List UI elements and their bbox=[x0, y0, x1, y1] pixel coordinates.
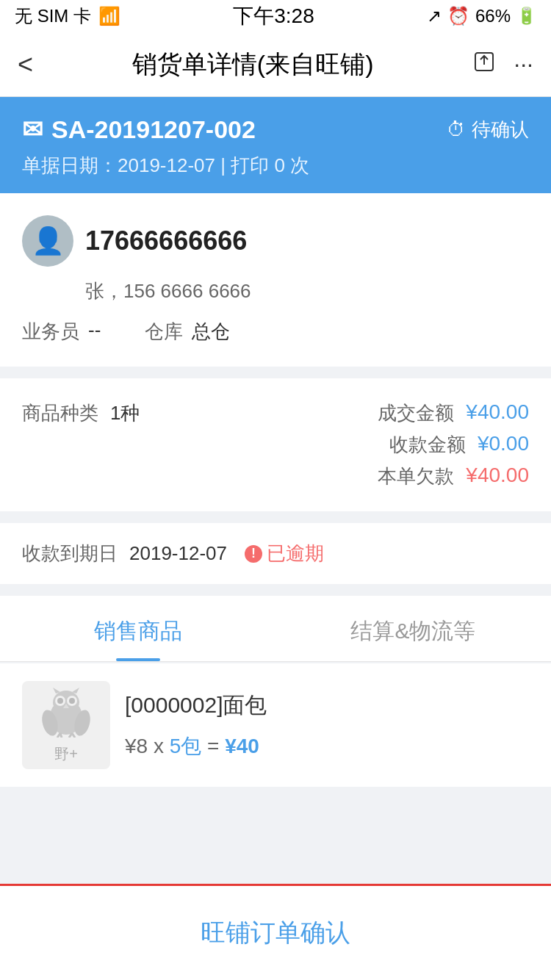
battery-text: 66% bbox=[475, 6, 511, 26]
warning-icon: ! bbox=[245, 545, 262, 563]
summary-row: 商品种类 1种 成交金额 ¥40.00 收款金额 ¥0.00 本单欠款 ¥40.… bbox=[22, 400, 529, 489]
product-price: ¥8 x 5包 = ¥40 bbox=[125, 732, 529, 760]
share-icon[interactable] bbox=[472, 50, 496, 79]
customer-name: 张，156 6666 6666 bbox=[22, 278, 529, 304]
overdue-text: 已逾期 bbox=[267, 541, 324, 566]
product-type-info: 商品种类 1种 bbox=[22, 400, 140, 426]
header-card: ✉ SA-20191207-002 ⏱ 待确认 单据日期：2019-12-07 … bbox=[0, 97, 551, 193]
amounts-info: 成交金额 ¥40.00 收款金额 ¥0.00 本单欠款 ¥40.00 bbox=[378, 400, 529, 489]
balance-row: 本单欠款 ¥40.00 bbox=[378, 464, 529, 489]
price-text: ¥8 x bbox=[125, 735, 170, 757]
customer-meta: 业务员 -- 仓库 总仓 bbox=[22, 319, 529, 345]
status-time: 下午3:28 bbox=[233, 2, 314, 30]
overdue-badge: ! 已逾期 bbox=[245, 541, 324, 566]
page-title: 销货单详情(来自旺铺) bbox=[132, 48, 374, 82]
product-type-value: 1种 bbox=[110, 400, 140, 426]
due-label: 收款到期日 bbox=[22, 541, 118, 566]
order-id-row: ✉ SA-20191207-002 bbox=[22, 115, 256, 144]
salesperson-info: 业务员 -- bbox=[22, 319, 101, 345]
date-info: 单据日期：2019-12-07 | 打印 0 次 bbox=[22, 153, 529, 179]
back-button[interactable]: < bbox=[18, 49, 33, 80]
salesperson-label: 业务员 bbox=[22, 319, 79, 345]
svg-line-16 bbox=[72, 733, 75, 738]
deal-amount-label: 成交金额 bbox=[378, 400, 454, 426]
more-icon[interactable]: ··· bbox=[514, 51, 533, 78]
warehouse-info: 仓库 总仓 bbox=[145, 319, 230, 345]
tabs-section: 销售商品 结算&物流等 bbox=[0, 596, 551, 662]
svg-point-6 bbox=[57, 698, 63, 704]
svg-line-14 bbox=[60, 733, 62, 738]
product-name: [0000002]面包 bbox=[125, 691, 529, 721]
warehouse-label: 仓库 bbox=[145, 319, 183, 345]
deal-amount-row: 成交金额 ¥40.00 bbox=[378, 400, 529, 426]
status-bar: 无 SIM 卡 📶 下午3:28 ↗ ⏰ 66% 🔋 bbox=[0, 0, 551, 32]
warehouse-value: 总仓 bbox=[192, 319, 230, 345]
status-text: 待确认 bbox=[472, 117, 529, 143]
confirm-button[interactable]: 旺铺订单确认 bbox=[22, 901, 529, 965]
wifi-icon: 📶 bbox=[98, 6, 120, 26]
summary-section: 商品种类 1种 成交金额 ¥40.00 收款金额 ¥0.00 本单欠款 ¥40.… bbox=[0, 378, 551, 511]
tab-settlement[interactable]: 结算&物流等 bbox=[276, 596, 551, 661]
price-qty: 5包 bbox=[170, 735, 202, 757]
received-row: 收款金额 ¥0.00 bbox=[389, 432, 529, 458]
product-section: 野+ [0000002]面包 ¥8 x 5包 = ¥40 bbox=[0, 663, 551, 787]
balance-value: ¥40.00 bbox=[466, 464, 529, 489]
salesperson-value: -- bbox=[88, 319, 101, 345]
tab-sales-products[interactable]: 销售商品 bbox=[0, 596, 276, 661]
order-status: ⏱ 待确认 bbox=[447, 117, 529, 143]
battery-icon: 🔋 bbox=[516, 7, 536, 26]
nav-left: < bbox=[18, 49, 33, 80]
location-icon: ↗ bbox=[427, 6, 442, 26]
svg-point-7 bbox=[69, 698, 75, 704]
price-total: ¥40 bbox=[225, 735, 259, 757]
order-icon: ✉ bbox=[22, 115, 43, 144]
tabs-row: 销售商品 结算&物流等 bbox=[0, 596, 551, 662]
customer-section: 👤 17666666666 张，156 6666 6666 业务员 -- 仓库 … bbox=[0, 193, 551, 367]
status-left: 无 SIM 卡 📶 bbox=[15, 4, 120, 28]
avatar: 👤 bbox=[22, 215, 73, 267]
product-info: [0000002]面包 ¥8 x 5包 = ¥40 bbox=[125, 681, 529, 769]
customer-row: 👤 17666666666 bbox=[22, 215, 529, 267]
due-date: 2019-12-07 bbox=[129, 542, 227, 565]
status-right: ↗ ⏰ 66% 🔋 bbox=[427, 6, 536, 26]
balance-label: 本单欠款 bbox=[378, 464, 454, 489]
price-eq: = bbox=[201, 735, 225, 757]
product-type-label: 商品种类 bbox=[22, 400, 98, 426]
nav-bar: < 销货单详情(来自旺铺) ··· bbox=[0, 32, 551, 97]
product-thumbnail: 野+ bbox=[22, 681, 110, 769]
bottom-bar: 旺铺订单确认 bbox=[0, 884, 551, 980]
received-label: 收款金额 bbox=[389, 432, 466, 458]
order-id-text: SA-20191207-002 bbox=[51, 115, 256, 144]
received-value: ¥0.00 bbox=[478, 432, 529, 458]
deal-amount-value: ¥40.00 bbox=[466, 400, 529, 426]
clock-icon: ⏱ bbox=[447, 118, 466, 141]
due-section: 收款到期日 2019-12-07 ! 已逾期 bbox=[0, 523, 551, 584]
alarm-icon: ⏰ bbox=[447, 6, 469, 26]
nav-right: ··· bbox=[472, 50, 533, 79]
customer-phone: 17666666666 bbox=[85, 226, 247, 256]
carrier-text: 无 SIM 卡 bbox=[15, 4, 91, 28]
